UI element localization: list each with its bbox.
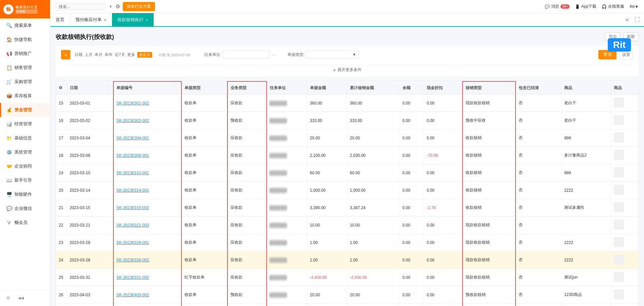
sidebar-item-purchase[interactable]: 🛒采购管理 <box>0 75 50 89</box>
doc-no-link[interactable]: SK-20230314-001 <box>116 188 149 193</box>
dropdown-arrow-icon[interactable]: ▼ <box>109 4 113 9</box>
th-settings[interactable]: ⚙ <box>56 81 67 95</box>
cell-biz-type: 应收款 <box>227 199 266 217</box>
cell-writeoff: 100.00 <box>347 304 400 306</box>
cell-included: 否 <box>516 251 561 269</box>
tab-home[interactable]: 首页 <box>50 13 70 26</box>
tab-prepay[interactable]: 预付账应付单 ✕ <box>70 13 112 26</box>
sidebar-item-member[interactable]: V畅会员 <box>0 216 50 230</box>
user-profile[interactable]: Rit▼ <box>630 4 639 9</box>
cell-partner: ██████ <box>267 147 307 164</box>
doc-no-link[interactable]: SK-20230328-001 <box>116 240 149 245</box>
cell-doc-type: 收款单 <box>181 129 227 147</box>
cell-num: 22 <box>56 217 67 234</box>
wechat-nav-icon: 💬 <box>6 206 12 211</box>
cell-num: 24 <box>56 251 67 269</box>
cell-included: 否 <box>516 234 561 251</box>
date-quick-links: 上月 本月 本年 近7天 更多 <box>85 52 135 58</box>
cell-product2 <box>611 112 638 129</box>
gear-icon[interactable]: ⚙ <box>115 3 120 10</box>
sidebar-item-hardware[interactable]: 🖥️智能硬件 <box>0 187 50 201</box>
cell-writeoff: 1.00 <box>347 234 400 251</box>
date-range-display: 不限 至 2023-07-26 <box>158 53 190 58</box>
sidebar-item-basic[interactable]: 📁基础信息 <box>0 131 50 145</box>
doc-no-link[interactable]: SK-20230315-002 <box>116 205 149 210</box>
cell-amount: 1,000.00 <box>307 182 347 199</box>
cell-partner: ██████ <box>267 182 307 199</box>
expand-conditions-button[interactable]: ∨ 展开更多条件 <box>333 67 362 73</box>
table-row: 21 2023-03-15 SK-20230315-002 收款单 应收款 ██… <box>56 199 638 217</box>
cell-writeoff: 10.00 <box>347 217 400 234</box>
sidebar-item-guide[interactable]: 📖新手引导 <box>0 173 50 187</box>
sidebar-item-system[interactable]: ⚙️系统管理 <box>0 145 50 159</box>
sidebar-item-label-finance: 资金管理 <box>14 107 32 113</box>
doc-no-link[interactable]: SK-20230304-001 <box>116 136 149 140</box>
settings-icon[interactable]: ⚙ <box>3 293 13 303</box>
doc-no-link[interactable]: SK-20230328-002 <box>116 258 149 262</box>
custom-date-button[interactable]: 自定义 <box>137 52 152 58</box>
table-wrapper: ⚙ 日期 单据编号 单据类型 业务类型 往来单位 单据金额 累计核销金额 余额 … <box>56 81 638 306</box>
sidebar-item-search[interactable]: 🔍搜索菜单 <box>0 18 50 33</box>
close-tab-icon[interactable]: ✕ <box>624 17 631 23</box>
doc-no-link[interactable]: SK-20230403-002 <box>116 293 149 297</box>
cell-partner: ██████ <box>267 95 307 112</box>
date-7days[interactable]: 近7天 <box>115 52 125 58</box>
cell-amount: 360.00 <box>307 95 347 112</box>
messages-button[interactable]: 💬 消息 99+ <box>545 4 570 9</box>
doc-no-link[interactable]: SK-20230301-002 <box>116 101 149 106</box>
doc-no-link[interactable]: SK-20230321-003 <box>116 223 149 228</box>
th-balance: 余额 <box>399 81 424 95</box>
sidebar-item-finance[interactable]: 💰资金管理 <box>0 103 50 117</box>
collapse-icon[interactable]: ◀◀ <box>16 293 25 303</box>
sidebar-item-sales[interactable]: 📋销售管理 <box>0 61 50 75</box>
cell-balance: 0.00 <box>399 199 424 217</box>
table-row: 22 2023-03-21 SK-20230321-003 收款单 应收款 ██… <box>56 217 638 234</box>
doc-no-link[interactable]: SK-20230331-002 <box>116 275 149 280</box>
sidebar-item-inventory[interactable]: 📦库存核算 <box>0 89 50 103</box>
cell-discount: 0.00 <box>424 164 462 182</box>
cell-discount: 0.00 <box>424 182 462 199</box>
tab-writeoff[interactable]: 收款核销执行 ✕ <box>112 13 154 26</box>
sidebar-item-label-search: 搜索菜单 <box>14 22 32 28</box>
cell-product: 老白干 <box>561 112 611 129</box>
sidebar-item-operation[interactable]: 📊经营管理 <box>0 117 50 131</box>
sidebar-item-marketing[interactable]: 📢营销推广 <box>0 47 50 61</box>
th-product2: 商品 <box>611 81 638 95</box>
date-last-month[interactable]: 上月 <box>85 52 93 58</box>
cell-included: 否 <box>516 112 561 129</box>
cell-writeoff-type: 收款核销 <box>463 147 516 164</box>
cell-partner: ██████ <box>267 286 307 304</box>
cell-doc-no: SK-20230308-001 <box>113 147 181 164</box>
date-this-month[interactable]: 本月 <box>95 52 103 58</box>
search-nav-icon: 🔍 <box>6 23 12 28</box>
doctype-filter-group: 单据类型 ▼ <box>287 51 359 59</box>
th-doc-type: 单据类型 <box>181 81 227 95</box>
search-input[interactable] <box>56 3 106 10</box>
sidebar-item-enterprise[interactable]: 🤝企业协同 <box>0 159 50 173</box>
cell-num: 20 <box>56 182 67 199</box>
sidebar-item-label-inventory: 库存核算 <box>14 93 32 99</box>
doc-no-link[interactable]: SK-20230308-001 <box>116 153 149 158</box>
doctype-select[interactable]: ▼ <box>306 51 359 59</box>
tab-close-writeoff[interactable]: ✕ <box>146 18 148 22</box>
filter-toggle-button[interactable]: » <box>61 50 70 59</box>
table-row: 17 2023-03-04 SK-20230304-001 收款单 应收款 ██… <box>56 129 638 147</box>
cell-doc-type: 收款单 <box>181 164 227 182</box>
date-this-year[interactable]: 本年 <box>105 52 113 58</box>
partner-input[interactable] <box>222 51 269 59</box>
sidebar-item-shortcut[interactable]: 🏠快捷导航 <box>0 33 50 47</box>
app-download-button[interactable]: 📱 App下载 <box>575 4 596 9</box>
cell-amount: 333.00 <box>307 112 347 129</box>
cell-product: 2222 <box>561 182 611 199</box>
cell-balance: 0.00 <box>399 164 424 182</box>
tab-close-prepay[interactable]: ✕ <box>104 18 106 22</box>
doc-no-link[interactable]: SK-20230302-002 <box>116 118 149 123</box>
date-more[interactable]: 更多 <box>127 52 135 58</box>
industry-solution-button[interactable]: 体验行业方案 <box>123 2 155 11</box>
doc-no-link[interactable]: SK-20230310-001 <box>116 171 149 175</box>
cell-partner: ██████ <box>267 269 307 286</box>
expand-tab-icon[interactable]: ⛶ <box>633 17 641 23</box>
online-service-button[interactable]: 🎧 在线客服 <box>602 4 624 9</box>
logo-icon: 畅 <box>3 4 13 14</box>
sidebar-item-wechat[interactable]: 💬企业微信 <box>0 201 50 216</box>
